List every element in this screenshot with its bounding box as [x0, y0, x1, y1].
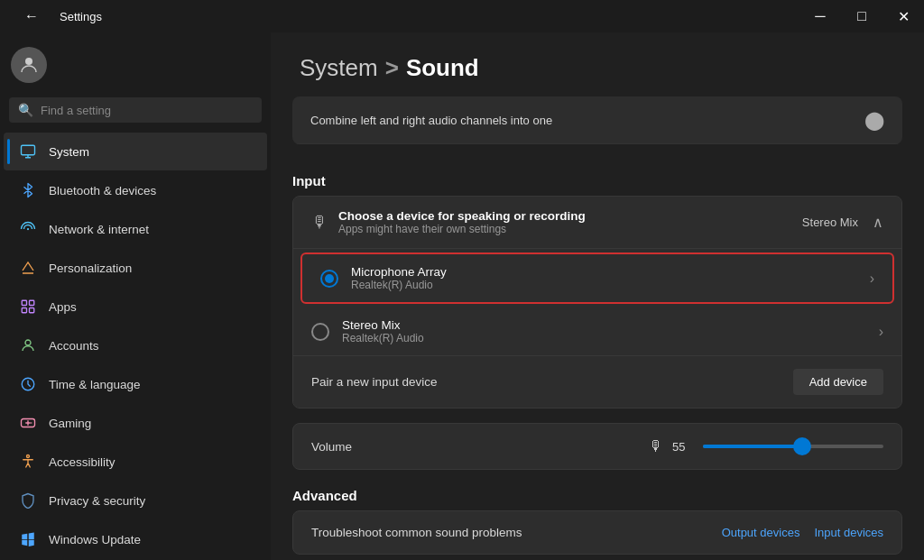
svg-rect-6 [30, 308, 34, 313]
svg-rect-3 [22, 300, 26, 305]
volume-value: 55 [672, 440, 694, 454]
title-bar-left: ← Settings [11, 0, 102, 32]
accounts-icon [18, 335, 38, 355]
search-icon: 🔍 [18, 103, 33, 117]
sidebar-item-label-system: System [49, 145, 89, 159]
device-chooser-card: 🎙 Choose a device for speaking or record… [292, 196, 902, 409]
pair-row: Pair a new input device Add device [293, 356, 901, 408]
radio-stereo-mix [311, 323, 329, 341]
window-controls: ─ □ ✕ [799, 0, 924, 32]
bluetooth-icon [18, 180, 38, 200]
search-input[interactable] [41, 104, 253, 117]
close-button[interactable]: ✕ [882, 0, 924, 32]
device-info-microphone-array: Microphone Array Realtek(R) Audio [351, 265, 447, 291]
device-sub-stereo-mix: Realtek(R) Audio [342, 332, 424, 344]
sidebar-item-bluetooth[interactable]: Bluetooth & devices [4, 171, 267, 209]
breadcrumb-parent: System [300, 54, 378, 82]
sidebar-item-accounts[interactable]: Accounts [4, 326, 267, 364]
chevron-right-icon-microphone-array: › [870, 271, 874, 287]
device-chooser-title: Choose a device for speaking or recordin… [338, 209, 586, 223]
sidebar-item-label-privacy: Privacy & security [49, 494, 145, 508]
mono-row: Combine left and right audio channels in… [292, 96, 902, 144]
troubleshoot-links: Output devicesInput devices [722, 526, 883, 539]
sidebar-item-label-windows: Windows Update [49, 533, 141, 546]
input-section-label: Input [271, 159, 924, 196]
device-list: Microphone Array Realtek(R) Audio › Ster… [293, 252, 901, 356]
volume-card: Volume 🎙 55 [292, 423, 902, 470]
volume-label: Volume [311, 440, 352, 454]
device-sub-microphone-array: Realtek(R) Audio [351, 279, 447, 291]
sidebar-item-gaming[interactable]: Gaming [4, 404, 267, 442]
svg-rect-4 [30, 300, 34, 305]
sidebar-item-time[interactable]: Time & language [4, 365, 267, 403]
sidebar-item-personalization[interactable]: Personalization [4, 249, 267, 287]
sidebar-item-label-gaming: Gaming [49, 417, 91, 430]
time-icon [18, 374, 38, 394]
device-info-stereo-mix: Stereo Mix Realtek(R) Audio [342, 318, 424, 344]
volume-thumb[interactable] [795, 439, 809, 454]
device-chooser-left: 🎙 Choose a device for speaking or record… [311, 209, 586, 235]
svg-point-2 [27, 228, 29, 230]
volume-slider[interactable] [703, 445, 883, 448]
breadcrumb-current: Sound [406, 54, 479, 82]
current-device-label: Stereo Mix [802, 216, 858, 229]
privacy-icon [18, 491, 38, 510]
device-chooser-subtitle: Apps might have their own settings [338, 223, 586, 235]
troubleshoot-link-output[interactable]: Output devices [722, 526, 800, 539]
sidebar: 🔍 System Bluetooth & devices Network & i… [0, 32, 271, 560]
sidebar-item-label-bluetooth: Bluetooth & devices [49, 184, 156, 197]
svg-point-0 [25, 58, 32, 65]
chevron-right-icon-stereo-mix: › [879, 324, 883, 340]
gaming-icon [18, 413, 38, 433]
svg-rect-5 [22, 308, 26, 313]
troubleshoot-link-input[interactable]: Input devices [814, 526, 883, 539]
sidebar-item-label-personalization: Personalization [49, 262, 132, 275]
sidebar-item-accessibility[interactable]: Accessibility [4, 443, 267, 481]
minimize-button[interactable]: ─ [799, 0, 841, 32]
device-chooser-right: Stereo Mix ∧ [802, 214, 883, 231]
app-body: 🔍 System Bluetooth & devices Network & i… [0, 32, 924, 560]
sidebar-item-privacy[interactable]: Privacy & security [4, 482, 267, 519]
network-icon [18, 219, 38, 239]
breadcrumb: System > Sound [271, 32, 924, 96]
mono-toggle[interactable]: ⬤ [864, 109, 884, 131]
sidebar-item-label-accounts: Accounts [49, 339, 99, 353]
device-name-stereo-mix: Stereo Mix [342, 318, 424, 332]
accessibility-icon [18, 452, 38, 472]
nav-container: System Bluetooth & devices Network & int… [0, 132, 271, 559]
troubleshoot-label: Troubleshoot common sound problems [311, 526, 522, 539]
sidebar-item-windows[interactable]: Windows Update [4, 520, 267, 558]
svg-point-11 [27, 455, 30, 458]
device-chooser-header[interactable]: 🎙 Choose a device for speaking or record… [293, 197, 901, 249]
back-button[interactable]: ← [11, 0, 52, 32]
device-row-left-microphone-array: Microphone Array Realtek(R) Audio [320, 265, 447, 291]
mono-row-card: Combine left and right audio channels in… [292, 96, 902, 144]
sidebar-item-label-accessibility: Accessibility [49, 455, 116, 469]
avatar [11, 47, 47, 83]
pair-label: Pair a new input device [311, 375, 438, 389]
svg-rect-1 [22, 145, 35, 155]
breadcrumb-sep: > [385, 54, 399, 82]
sidebar-item-apps[interactable]: Apps [4, 288, 267, 326]
sidebar-item-system[interactable]: System [4, 133, 267, 170]
system-icon [18, 142, 38, 161]
device-row-stereo-mix[interactable]: Stereo Mix Realtek(R) Audio › [293, 308, 901, 356]
volume-fill [703, 445, 802, 448]
sidebar-item-label-time: Time & language [49, 378, 141, 391]
sidebar-profile [0, 32, 271, 97]
mic-icon: 🎙 [311, 213, 328, 232]
maximize-button[interactable]: □ [841, 0, 882, 32]
apps-icon [18, 297, 38, 317]
mono-row-text: Combine left and right audio channels in… [310, 114, 552, 127]
sidebar-item-network[interactable]: Network & internet [4, 210, 267, 248]
search-bar[interactable]: 🔍 [9, 97, 262, 123]
volume-control: 🎙 55 [649, 438, 883, 454]
sidebar-item-label-apps: Apps [49, 300, 77, 314]
personalization-icon [18, 258, 38, 278]
device-row-left-stereo-mix: Stereo Mix Realtek(R) Audio [311, 318, 424, 344]
app-title: Settings [60, 10, 102, 23]
add-device-button[interactable]: Add device [793, 369, 883, 395]
troubleshoot-card: Troubleshoot common sound problems Outpu… [292, 510, 902, 555]
chevron-up-icon: ∧ [873, 214, 883, 231]
device-row-microphone-array[interactable]: Microphone Array Realtek(R) Audio › [300, 252, 894, 304]
